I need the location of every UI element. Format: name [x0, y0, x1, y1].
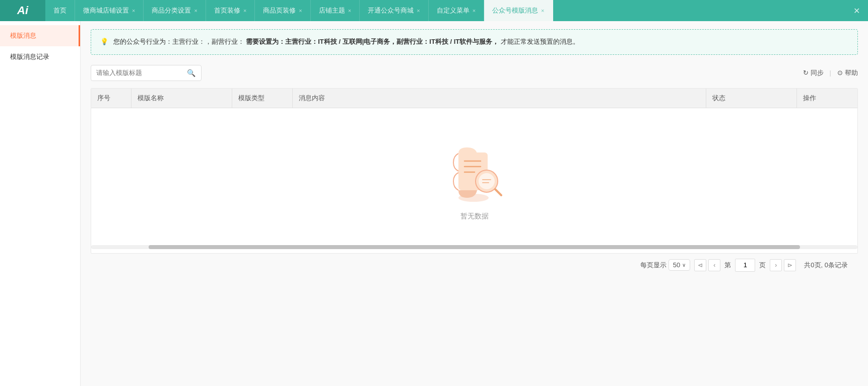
- help-button[interactable]: ⊙ 帮助: [837, 68, 858, 78]
- dropdown-icon: ∨: [682, 262, 686, 268]
- empty-text: 暂无数据: [460, 212, 489, 221]
- tab-label-custom-menu: 自定义菜单: [437, 6, 470, 15]
- tab-label-product-decoration: 商品页装修: [263, 6, 296, 15]
- first-page-button[interactable]: ⊲: [694, 259, 706, 271]
- col-status: 状态: [706, 89, 797, 108]
- notice-highlight: 需要设置为：主营行业：IT科技 / 互联网|电子商务，副营行业：IT科技 / I…: [246, 38, 499, 45]
- tab-home-decoration[interactable]: 首页装修×: [206, 0, 255, 21]
- tab-home[interactable]: 首页: [45, 0, 75, 21]
- tab-wshop-settings[interactable]: 微商城店铺设置×: [75, 0, 144, 21]
- tab-label-home-decoration: 首页装修: [214, 6, 240, 15]
- page-input[interactable]: [735, 259, 755, 272]
- col-action: 操作: [797, 89, 857, 108]
- svg-point-6: [479, 173, 495, 189]
- sidebar: 模版消息模版消息记录: [0, 21, 81, 386]
- help-icon: ⊙: [837, 69, 843, 76]
- sidebar-item-template-msg[interactable]: 模版消息: [0, 25, 80, 46]
- col-type: 模版类型: [232, 89, 293, 108]
- tab-label-mp-template-msg: 公众号模版消息: [492, 6, 538, 15]
- search-input[interactable]: [96, 69, 187, 76]
- sync-icon: ↻: [803, 69, 809, 76]
- search-icon[interactable]: 🔍: [187, 69, 195, 77]
- tab-custom-menu[interactable]: 自定义菜单×: [429, 0, 484, 21]
- tab-label-wshop-settings: 微商城店铺设置: [83, 6, 129, 15]
- last-page-button[interactable]: ⊳: [784, 259, 796, 271]
- notice-icon: 💡: [100, 38, 108, 45]
- tab-bar: Ai 首页微商城店铺设置×商品分类设置×首页装修×商品页装修×店铺主题×开通公众…: [0, 0, 868, 21]
- svg-line-7: [495, 189, 501, 195]
- per-page-value: 50: [673, 261, 680, 269]
- next-page-button[interactable]: ›: [770, 259, 782, 271]
- tab-product-decoration[interactable]: 商品页装修×: [255, 0, 310, 21]
- tab-close-mp-template-msg[interactable]: ×: [541, 8, 544, 14]
- per-page-dropdown[interactable]: 50 ∨: [669, 259, 690, 271]
- sync-button[interactable]: ↻ 同步: [803, 68, 824, 78]
- table-header: 序号 模版名称 模版类型 消息内容 状态 操作: [91, 89, 857, 108]
- tab-category-settings[interactable]: 商品分类设置×: [144, 0, 206, 21]
- page-summary: 共0页, 0条记录: [804, 261, 848, 270]
- pagination: 每页显示 50 ∨ ⊲ ‹ 第 页 › ⊳ 共0页, 0条记录: [91, 254, 858, 277]
- per-page-select: 每页显示 50 ∨: [640, 259, 690, 271]
- empty-illustration: [444, 138, 505, 204]
- tab-close-open-mp-shop[interactable]: ×: [417, 8, 420, 14]
- col-seq: 序号: [91, 89, 131, 108]
- tab-close-custom-menu[interactable]: ×: [473, 8, 476, 14]
- tab-close-home-decoration[interactable]: ×: [243, 8, 246, 14]
- col-name: 模版名称: [131, 89, 232, 108]
- tab-close-store-theme[interactable]: ×: [348, 8, 351, 14]
- tab-mp-template-msg[interactable]: 公众号模版消息×: [484, 0, 553, 21]
- scrollbar-area[interactable]: [91, 245, 857, 249]
- table: 序号 模版名称 模版类型 消息内容 状态 操作: [91, 88, 858, 254]
- content-area: 💡 您的公众号行业为：主营行业：，副营行业： 需要设置为：主营行业：IT科技 /…: [81, 21, 868, 386]
- main-layout: 模版消息模版消息记录 💡 您的公众号行业为：主营行业：，副营行业： 需要设置为：…: [0, 21, 868, 386]
- close-all-button[interactable]: ✕: [845, 6, 868, 16]
- tab-close-category-settings[interactable]: ×: [194, 8, 197, 14]
- search-input-wrap: 🔍: [91, 65, 202, 81]
- notice-prefix: 您的公众号行业为：主营行业：，副营行业：: [113, 38, 244, 45]
- col-content: 消息内容: [293, 89, 706, 108]
- sidebar-item-template-msg-records[interactable]: 模版消息记录: [0, 46, 80, 67]
- tab-close-wshop-settings[interactable]: ×: [132, 8, 135, 14]
- page-label: 第: [724, 261, 731, 270]
- tab-close-product-decoration[interactable]: ×: [299, 8, 302, 14]
- tab-label-category-settings: 商品分类设置: [152, 6, 191, 15]
- tab-store-theme[interactable]: 店铺主题×: [311, 0, 360, 21]
- toolbar-right: ↻ 同步 | ⊙ 帮助: [803, 68, 858, 78]
- divider: |: [830, 69, 831, 76]
- app-logo: Ai: [0, 0, 45, 21]
- prev-page-button[interactable]: ‹: [708, 259, 720, 271]
- scrollbar-thumb: [149, 245, 800, 249]
- tab-open-mp-shop[interactable]: 开通公众号商城×: [360, 0, 428, 21]
- tab-label-open-mp-shop: 开通公众号商城: [368, 6, 414, 15]
- notice-suffix: 才能正常发送预置的消息。: [501, 38, 579, 45]
- tab-label-home: 首页: [53, 6, 66, 15]
- notice-banner: 💡 您的公众号行业为：主营行业：，副营行业： 需要设置为：主营行业：IT科技 /…: [91, 29, 858, 55]
- empty-state: 暂无数据: [91, 108, 857, 241]
- per-page-label: 每页显示: [640, 261, 666, 270]
- search-bar: 🔍 ↻ 同步 | ⊙ 帮助: [91, 65, 858, 81]
- tab-label-store-theme: 店铺主题: [319, 6, 345, 15]
- page-unit: 页: [759, 261, 766, 270]
- page-nav: ⊲ ‹ 第 页 › ⊳: [694, 259, 796, 272]
